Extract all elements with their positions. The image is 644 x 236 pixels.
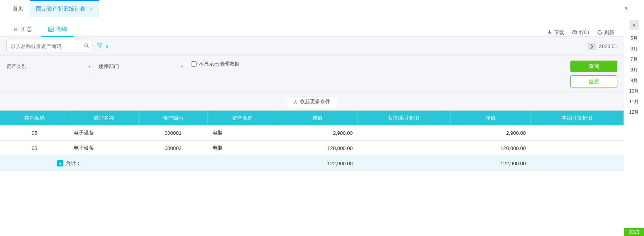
refresh-button[interactable]: 刷新 [597, 29, 614, 36]
sidebar-month-5[interactable]: 5月 [624, 34, 644, 43]
hide-cleared-checkbox[interactable] [191, 61, 197, 67]
print-button[interactable]: 打印 [572, 29, 589, 36]
total-icon: ≡ [57, 160, 63, 166]
header-accumulated-depreciation: 期初累计折旧 [357, 111, 450, 125]
sidebar-month-11[interactable]: 11月 [624, 97, 644, 107]
total-empty-2 [208, 156, 277, 171]
tab-summary[interactable]: ⊙ 汇总 [6, 23, 38, 37]
cell-asset-code: 000002 [138, 141, 207, 156]
sub-tabs: ⊙ 汇总 明细 [0, 17, 624, 37]
total-original-value: 122,900.00 [277, 156, 357, 171]
download-icon [547, 30, 552, 36]
data-table: 类别编码 类别名称 资产编码 资产名称 原值 期初累计折旧 净值 本期计提折旧 … [0, 111, 624, 171]
tab-close-icon[interactable]: × [90, 6, 93, 12]
refresh-icon [597, 30, 603, 36]
window-close-button[interactable]: × [621, 3, 631, 14]
cell-net-value: 2,900.00 [450, 125, 530, 141]
refresh-label: 刷新 [604, 29, 614, 36]
sidebar-month-9[interactable]: 9月 [624, 76, 644, 86]
header-asset-name: 资产名称 [208, 111, 277, 125]
active-tab-label: 固定资产折旧统计表 [36, 5, 85, 13]
search-bar: ∨ ❯ 2023.01 [0, 37, 624, 56]
header-current-depreciation: 本期计提折旧 [530, 111, 623, 125]
right-sidebar: ∧ 5月 6月 7月 8月 9月 10月 11月 12月 2023 [624, 17, 644, 236]
header-category-name: 类别名称 [69, 111, 138, 125]
left-panel: ⊙ 汇总 明细 [0, 17, 624, 236]
asset-category-select[interactable] [30, 61, 92, 72]
filter-icon [97, 43, 102, 49]
total-label-cell: ≡ 合计： [0, 156, 138, 171]
download-button[interactable]: 下载 [547, 29, 564, 36]
active-tab[interactable]: 固定资产折旧统计表 × [30, 0, 99, 17]
cell-asset-name: 电脑 [208, 125, 277, 141]
more-conditions-btn[interactable]: ∨ [97, 43, 109, 49]
table-header-row: 类别编码 类别名称 资产编码 资产名称 原值 期初累计折旧 净值 本期计提折旧 [0, 111, 624, 125]
total-current-depreciation [530, 156, 623, 171]
query-button[interactable]: 查询 [570, 61, 617, 72]
total-empty-1 [138, 156, 207, 171]
cell-asset-name: 电脑 [208, 141, 277, 156]
cell-accumulated-depreciation [357, 125, 450, 141]
date-display: 2023.01 [599, 43, 617, 49]
header-category-code: 类别编码 [0, 111, 69, 125]
total-label-text: 合计： [66, 160, 81, 167]
detail-icon [48, 26, 54, 32]
asset-category-label: 资产类别 [6, 63, 27, 70]
download-label: 下载 [554, 29, 564, 36]
department-label: 使用部门 [99, 63, 119, 70]
sidebar-collapse-arrow[interactable]: ❯ [588, 43, 596, 50]
table-row: 05 电子设备 000002 电脑 120,000.00 120,000.00 [0, 141, 624, 156]
cell-current-depreciation [530, 125, 623, 141]
collapse-label: 收起更多条件 [300, 98, 330, 105]
collapse-icon: ∧ [294, 99, 298, 105]
cell-net-value: 120,000.00 [450, 141, 530, 156]
table-wrap: 类别编码 类别名称 资产编码 资产名称 原值 期初累计折旧 净值 本期计提折旧 … [0, 111, 624, 236]
search-input[interactable] [6, 40, 92, 52]
svg-rect-5 [574, 32, 576, 34]
main-content: ⊙ 汇总 明细 [0, 17, 644, 236]
cell-original-value: 2,900.00 [277, 125, 357, 141]
hide-cleared-label: 不显示已清理数据 [199, 61, 240, 68]
cell-accumulated-depreciation [357, 141, 450, 156]
sidebar-year-badge[interactable]: 2023 [624, 228, 644, 236]
cell-original-value: 120,000.00 [277, 141, 357, 156]
chevron-down-icon: ∨ [105, 43, 109, 49]
total-net-value: 122,900.00 [450, 156, 530, 171]
tab-detail-label: 明细 [56, 26, 67, 33]
summary-icon: ⊙ [13, 26, 19, 32]
header-original-value: 原值 [277, 111, 357, 125]
sidebar-month-12[interactable]: 12月 [624, 107, 644, 117]
header-asset-code: 资产编码 [138, 111, 207, 125]
cell-current-depreciation [530, 141, 623, 156]
search-input-wrap [6, 40, 92, 52]
print-label: 打印 [579, 29, 589, 36]
sidebar-nav-up[interactable]: ∧ [630, 20, 639, 30]
tab-summary-label: 汇总 [21, 26, 32, 33]
top-nav: 首页 固定资产折旧统计表 × × [0, 0, 644, 17]
search-icon-button[interactable] [84, 43, 89, 50]
cell-category-code: 05 [0, 125, 69, 141]
nav-home[interactable]: 首页 [6, 5, 30, 12]
total-accumulated-depreciation [357, 156, 450, 171]
asset-category-filter: 资产类别 [6, 61, 92, 72]
table-row: 05 电子设备 000001 电脑 2,900.00 2,900.00 [0, 125, 624, 141]
cell-category-code: 05 [0, 141, 69, 156]
print-icon [572, 30, 577, 36]
hide-cleared-filter: 不显示已清理数据 [191, 61, 240, 68]
filter-actions: 查询 重置 [570, 61, 617, 88]
sidebar-month-6[interactable]: 6月 [624, 44, 644, 54]
total-row: ≡ 合计： 122,900.00 122,900.00 [0, 156, 624, 171]
sidebar-month-7[interactable]: 7月 [624, 55, 644, 64]
cell-category-name: 电子设备 [69, 141, 138, 156]
collapse-bar: ∧ 收起更多条件 [0, 93, 624, 111]
sidebar-month-8[interactable]: 8月 [624, 65, 644, 75]
sidebar-month-10[interactable]: 10月 [624, 86, 644, 96]
svg-line-7 [87, 46, 88, 48]
reset-button[interactable]: 重置 [570, 75, 617, 88]
cell-category-name: 电子设备 [69, 125, 138, 141]
header-net-value: 净值 [450, 111, 530, 125]
tab-detail[interactable]: 明细 [41, 23, 74, 37]
collapse-button[interactable]: ∧ 收起更多条件 [287, 96, 337, 107]
department-select[interactable] [122, 61, 185, 72]
cell-asset-code: 000001 [138, 125, 207, 141]
